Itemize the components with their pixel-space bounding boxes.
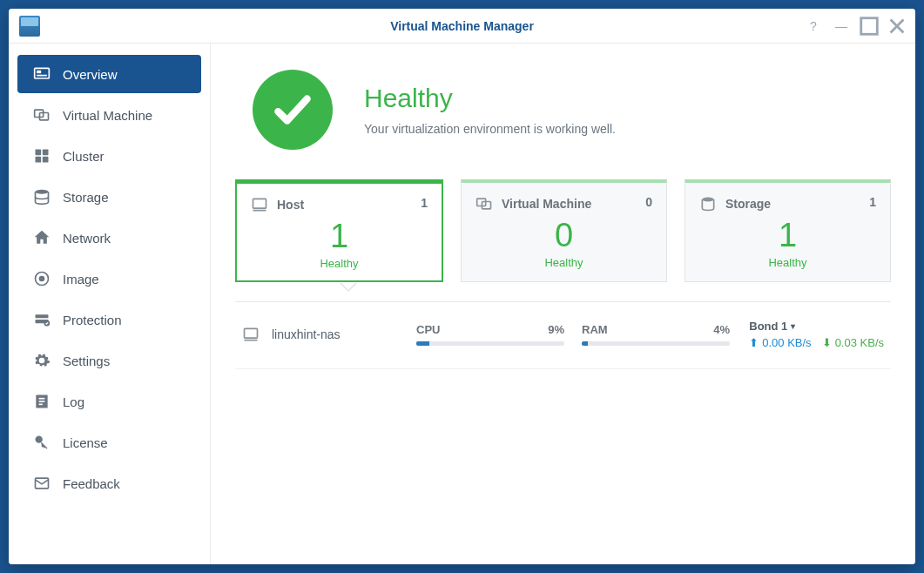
bond-label-text: Bond 1 — [749, 320, 787, 333]
card-label: Storage — [725, 197, 771, 211]
svg-rect-7 — [43, 150, 49, 156]
sidebar-label: Virtual Machine — [63, 108, 152, 123]
card-label: Virtual Machine — [502, 197, 591, 211]
svg-rect-13 — [36, 314, 49, 318]
svg-rect-8 — [36, 157, 42, 163]
sidebar-item-vm[interactable]: Virtual Machine — [17, 96, 201, 134]
sidebar-label: Protection — [63, 313, 122, 327]
app-window: Virtual Machine Manager ? — Overview Vir… — [9, 9, 915, 564]
image-icon — [33, 270, 51, 287]
close-button[interactable] — [886, 15, 908, 37]
svg-rect-6 — [36, 150, 42, 156]
license-icon — [33, 434, 51, 451]
sidebar-item-license[interactable]: License — [17, 423, 201, 462]
titlebar: Virtual Machine Manager ? — — [9, 9, 915, 44]
network-block: Bond 1 ▾ ⬆ 0.00 KB/s ⬇ 0.03 KB/s — [749, 320, 884, 349]
card-sub: Healthy — [475, 256, 652, 269]
sidebar-item-feedback[interactable]: Feedback — [17, 464, 201, 502]
host-name-text: linuxhint-nas — [272, 327, 341, 341]
card-sub: Healthy — [699, 256, 876, 269]
sidebar-item-network[interactable]: Network — [17, 219, 201, 257]
sidebar-label: Log — [63, 394, 84, 409]
help-button[interactable]: ? — [802, 15, 825, 37]
host-name: linuxhint-nas — [242, 326, 399, 343]
sidebar-label: Feedback — [63, 476, 120, 491]
download-value: 0.03 KB/s — [835, 336, 884, 349]
ram-percent: 4% — [713, 323, 730, 336]
storage-card-icon — [699, 195, 717, 212]
storage-icon — [33, 188, 51, 206]
sidebar-label: Network — [63, 231, 111, 246]
sidebar-label: Image — [63, 272, 99, 286]
status-block: Healthy Your virtualization environment … — [235, 70, 891, 150]
sidebar-item-protection[interactable]: Protection — [17, 300, 201, 339]
upload-rate: ⬆ 0.00 KB/s — [749, 336, 811, 349]
cpu-meter: CPU 9% — [416, 323, 564, 346]
sidebar-item-cluster[interactable]: Cluster — [17, 137, 201, 175]
card-storage[interactable]: Storage 1 1 Healthy — [685, 179, 891, 282]
card-host[interactable]: Host 1 1 Healthy — [235, 179, 443, 282]
feedback-icon — [33, 475, 51, 492]
sidebar-item-overview[interactable]: Overview — [17, 55, 201, 93]
svg-rect-27 — [245, 328, 258, 338]
card-count: 1 — [869, 195, 876, 209]
overview-icon — [33, 65, 51, 83]
log-icon — [33, 393, 51, 410]
summary-cards: Host 1 1 Healthy Virtual Machine 0 0 Hea… — [235, 179, 891, 282]
svg-point-12 — [40, 277, 44, 281]
ram-label: RAM — [582, 323, 608, 336]
card-value: 0 — [475, 218, 652, 254]
download-rate: ⬇ 0.03 KB/s — [822, 336, 884, 349]
window-title: Virtual Machine Manager — [9, 19, 915, 33]
card-value: 1 — [251, 219, 428, 255]
cpu-percent: 9% — [548, 323, 564, 336]
sidebar-label: Overview — [63, 67, 118, 82]
svg-rect-2 — [37, 71, 41, 73]
app-icon — [19, 16, 40, 37]
sidebar-label: License — [63, 435, 108, 450]
cpu-label: CPU — [416, 323, 440, 336]
sidebar-item-settings[interactable]: Settings — [17, 341, 201, 380]
sidebar-item-image[interactable]: Image — [17, 260, 201, 298]
sidebar: Overview Virtual Machine Cluster Storage… — [9, 44, 211, 564]
sidebar-label: Cluster — [63, 149, 105, 164]
ram-meter: RAM 4% — [582, 323, 730, 346]
vm-card-icon — [475, 195, 493, 212]
svg-rect-9 — [43, 157, 49, 163]
host-row-icon — [242, 326, 260, 343]
ram-bar — [582, 341, 588, 346]
chevron-down-icon: ▾ — [791, 321, 795, 331]
svg-rect-22 — [253, 199, 266, 208]
settings-icon — [33, 352, 51, 369]
cluster-icon — [33, 147, 51, 165]
svg-rect-1 — [35, 68, 50, 78]
card-pointer — [340, 283, 357, 292]
arrow-up-icon: ⬆ — [749, 336, 759, 349]
sidebar-item-storage[interactable]: Storage — [17, 178, 201, 216]
cpu-bar — [416, 341, 429, 346]
host-icon — [251, 196, 268, 213]
sidebar-label: Settings — [63, 354, 110, 368]
status-subtitle: Your virtualization environment is worki… — [364, 122, 616, 136]
protection-icon — [33, 311, 51, 328]
upload-value: 0.00 KB/s — [762, 336, 811, 349]
arrow-down-icon: ⬇ — [822, 336, 832, 349]
sidebar-item-log[interactable]: Log — [17, 382, 201, 421]
card-value: 1 — [699, 218, 876, 254]
svg-point-26 — [702, 198, 713, 202]
card-count: 1 — [421, 196, 428, 210]
status-title: Healthy — [364, 84, 616, 113]
sidebar-label: Storage — [63, 190, 109, 205]
bond-selector[interactable]: Bond 1 ▾ — [749, 320, 884, 333]
window-controls: ? — — [802, 15, 908, 37]
network-icon — [33, 229, 51, 246]
vm-icon — [33, 106, 51, 124]
card-label: Host — [277, 198, 304, 212]
maximize-button[interactable] — [858, 15, 880, 37]
card-vm[interactable]: Virtual Machine 0 0 Healthy — [461, 179, 667, 282]
main-content: Healthy Your virtualization environment … — [211, 44, 915, 564]
card-count: 0 — [645, 195, 652, 209]
minimize-button[interactable]: — — [830, 15, 853, 37]
status-check-icon — [253, 70, 333, 150]
host-row[interactable]: linuxhint-nas CPU 9% RAM 4% — [235, 300, 891, 369]
